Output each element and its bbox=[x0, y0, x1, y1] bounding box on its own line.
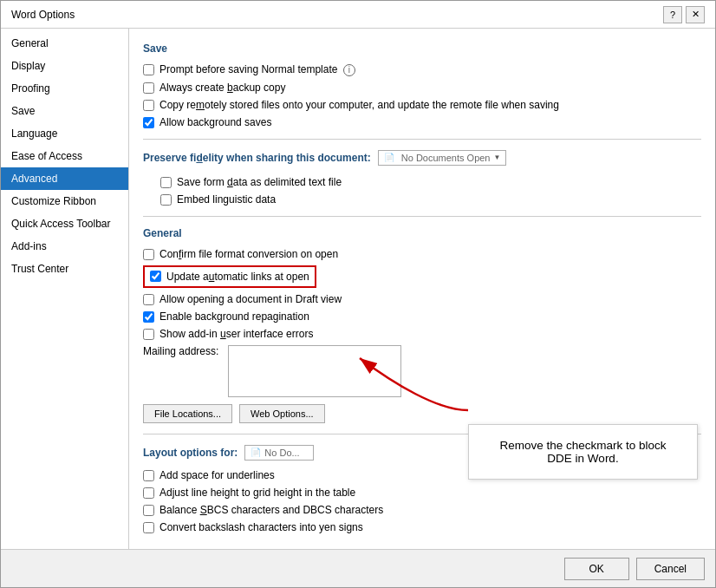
layout-dropdown-text: No Do... bbox=[264, 448, 299, 458]
general-buttons-row: File Locations... Web Options... bbox=[143, 404, 701, 423]
checkbox-convert-backslash[interactable] bbox=[143, 522, 154, 533]
preserve-fidelity-row: Preserve fidelity when sharing this docu… bbox=[143, 150, 701, 166]
checkbox-backup[interactable] bbox=[143, 82, 154, 94]
checkbox-linguistic[interactable] bbox=[160, 194, 172, 206]
checkbox-bg-save[interactable] bbox=[143, 117, 154, 128]
label-draft-view: Allow opening a document in Draft view bbox=[159, 293, 342, 305]
ok-button[interactable]: OK bbox=[564, 558, 629, 580]
checkbox-row-linguistic: Embed linguistic data bbox=[160, 193, 701, 206]
checkbox-row-bg-save: Allow background saves bbox=[143, 116, 701, 128]
checkbox-bg-repagination[interactable] bbox=[143, 311, 154, 323]
label-file-format: Confirm file format conversion on open bbox=[159, 248, 338, 260]
checkbox-draft-view[interactable] bbox=[143, 294, 154, 305]
mailing-address-row: Mailing address: bbox=[143, 345, 701, 397]
label-backup: Always create backup copy bbox=[159, 82, 285, 94]
label-linguistic: Embed linguistic data bbox=[177, 193, 276, 206]
label-update-links: Update automatic links at open bbox=[166, 271, 309, 283]
label-bg-repagination: Enable background repagination bbox=[159, 310, 309, 323]
info-icon: i bbox=[343, 64, 355, 76]
checkbox-ui-errors[interactable] bbox=[143, 329, 154, 340]
dialog-title: Word Options bbox=[11, 9, 75, 21]
main-panel-wrapper: Save Prompt before saving Normal templat… bbox=[129, 29, 715, 549]
checkbox-row-line-height: Adjust line height to grid height in the… bbox=[143, 487, 701, 499]
checkbox-copy-remote[interactable] bbox=[143, 100, 154, 111]
sidebar-item-general[interactable]: General bbox=[1, 32, 128, 55]
checkbox-row-convert-backslash: Convert backslash characters into yen si… bbox=[143, 521, 701, 533]
sidebar-item-save[interactable]: Save bbox=[1, 100, 128, 122]
checkbox-balance-sbcs[interactable] bbox=[143, 505, 154, 516]
checkbox-prompt-normal[interactable] bbox=[143, 64, 154, 75]
checkbox-file-format[interactable] bbox=[143, 249, 154, 260]
sidebar: General Display Proofing Save Language E… bbox=[1, 29, 129, 549]
bottom-bar: OK Cancel bbox=[1, 549, 715, 587]
checkbox-row-backup: Always create backup copy bbox=[143, 82, 701, 94]
mailing-address-input[interactable] bbox=[228, 345, 401, 397]
sidebar-item-quick-access-toolbar[interactable]: Quick Access Toolbar bbox=[1, 212, 128, 235]
checkbox-row-file-format: Confirm file format conversion on open bbox=[143, 248, 701, 260]
label-bg-save: Allow background saves bbox=[159, 116, 271, 128]
checkbox-row-prompt-normal: Prompt before saving Normal template i bbox=[143, 63, 701, 76]
mailing-address-label: Mailing address: bbox=[143, 345, 221, 357]
label-line-height: Adjust line height to grid height in the… bbox=[159, 487, 355, 499]
sidebar-item-ease-of-access[interactable]: Ease of Access bbox=[1, 145, 128, 167]
checkbox-form-data[interactable] bbox=[160, 177, 172, 188]
checkbox-row-balance-sbcs: Balance SBCS characters and DBCS charact… bbox=[143, 504, 701, 516]
preserve-checkboxes: Save form data as delimited text file Em… bbox=[143, 176, 701, 206]
annotation-text: Remove the checkmark to blockDDE in Word… bbox=[499, 439, 666, 465]
checkbox-space-underlines[interactable] bbox=[143, 470, 154, 481]
chevron-down-icon: ▼ bbox=[493, 154, 500, 161]
layout-dropdown-icon: 📄 bbox=[251, 448, 261, 457]
layout-options-label: Layout options for: bbox=[143, 447, 238, 459]
label-form-data: Save form data as delimited text file bbox=[177, 176, 342, 188]
checkbox-line-height[interactable] bbox=[143, 487, 154, 499]
checkbox-row-bg-repagination: Enable background repagination bbox=[143, 310, 701, 323]
sidebar-item-trust-center[interactable]: Trust Center bbox=[1, 258, 128, 280]
section-divider-1 bbox=[143, 139, 701, 140]
label-space-underlines: Add space for underlines bbox=[159, 469, 275, 481]
preserve-dropdown-icon: 📄 bbox=[384, 153, 394, 162]
close-button[interactable]: ✕ bbox=[686, 6, 705, 23]
preserve-label: Preserve fidelity when sharing this docu… bbox=[143, 152, 371, 164]
label-ui-errors: Show add-in user interface errors bbox=[159, 328, 313, 340]
sidebar-item-add-ins[interactable]: Add-ins bbox=[1, 235, 128, 258]
general-section-header: General bbox=[143, 227, 701, 239]
checkbox-row-form-data: Save form data as delimited text file bbox=[160, 176, 701, 188]
checkbox-row-copy-remote: Copy remotely stored files onto your com… bbox=[143, 99, 701, 111]
checkbox-update-links[interactable] bbox=[150, 271, 161, 282]
checkbox-row-ui-errors: Show add-in user interface errors bbox=[143, 328, 701, 340]
layout-dropdown[interactable]: 📄 No Do... bbox=[244, 445, 314, 461]
section-divider-2 bbox=[143, 216, 701, 217]
save-section-header: Save bbox=[143, 42, 701, 55]
sidebar-item-advanced[interactable]: Advanced bbox=[1, 167, 128, 190]
label-convert-backslash: Convert backslash characters into yen si… bbox=[159, 521, 363, 533]
label-copy-remote: Copy remotely stored files onto your com… bbox=[159, 99, 559, 111]
checkbox-row-draft-view: Allow opening a document in Draft view bbox=[143, 293, 701, 305]
word-options-dialog: Word Options ? ✕ General Display Proofin… bbox=[0, 0, 716, 588]
sidebar-item-customize-ribbon[interactable]: Customize Ribbon bbox=[1, 190, 128, 212]
content-area: General Display Proofing Save Language E… bbox=[1, 29, 715, 549]
preserve-dropdown-text: No Documents Open bbox=[401, 153, 491, 163]
help-button[interactable]: ? bbox=[663, 6, 682, 23]
sidebar-item-language[interactable]: Language bbox=[1, 122, 128, 145]
preserve-dropdown[interactable]: 📄 No Documents Open ▼ bbox=[378, 150, 507, 166]
cancel-button[interactable]: Cancel bbox=[636, 558, 705, 580]
file-locations-button[interactable]: File Locations... bbox=[143, 404, 232, 423]
label-prompt-normal: Prompt before saving Normal template i bbox=[159, 63, 355, 76]
highlight-box-update-links: Update automatic links at open bbox=[143, 265, 316, 288]
label-balance-sbcs: Balance SBCS characters and DBCS charact… bbox=[159, 504, 383, 516]
title-bar-controls: ? ✕ bbox=[663, 6, 705, 23]
sidebar-item-display[interactable]: Display bbox=[1, 55, 128, 77]
sidebar-item-proofing[interactable]: Proofing bbox=[1, 77, 128, 100]
annotation-box: Remove the checkmark to blockDDE in Word… bbox=[468, 424, 698, 480]
web-options-button[interactable]: Web Options... bbox=[239, 404, 325, 423]
title-bar: Word Options ? ✕ bbox=[1, 1, 715, 29]
